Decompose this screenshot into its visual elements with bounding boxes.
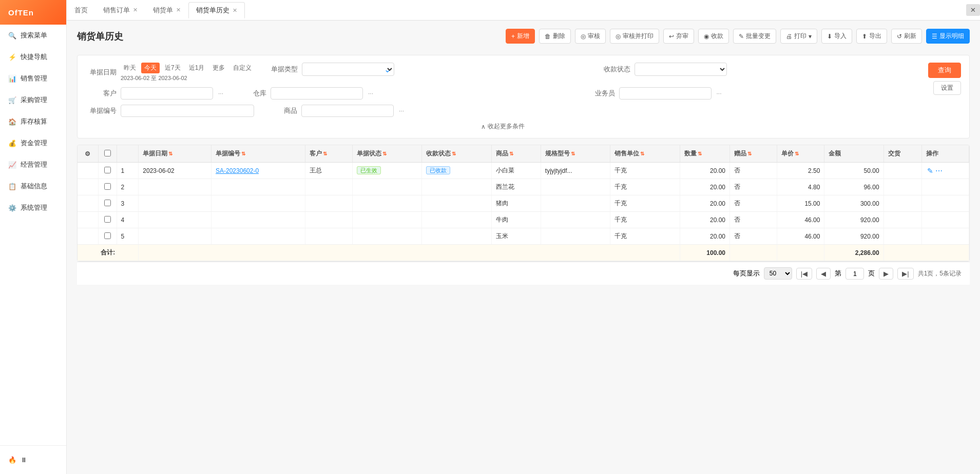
window-close-btn[interactable]: ✕ — [966, 4, 980, 16]
sidebar-bottom-icon1[interactable]: 🔥 ⏸ — [0, 450, 66, 470]
export-button[interactable]: ⬆ 导出 — [856, 29, 887, 44]
customer-dots[interactable]: ··· — [218, 90, 223, 97]
page-number-input[interactable] — [846, 268, 864, 280]
last-page-btn[interactable]: ▶| — [897, 268, 913, 280]
summary-total-amount: 2,286.00 — [824, 245, 883, 261]
customer-input[interactable] — [121, 87, 213, 100]
col-qty[interactable]: 数量⇅ — [680, 145, 729, 163]
new-button[interactable]: + 新增 — [506, 29, 535, 44]
col-settings[interactable]: ⚙ — [78, 145, 98, 163]
sidebar-item-purchase[interactable]: 🛒 采购管理 — [0, 89, 66, 111]
set-button[interactable]: 设置 — [933, 81, 961, 95]
col-spectype[interactable]: 规格型号⇅ — [541, 145, 610, 163]
row-docno — [212, 228, 305, 245]
col-product[interactable]: 商品⇅ — [492, 145, 541, 163]
review-button[interactable]: ◎ 审核 — [575, 29, 606, 44]
sidebar-item-inventory[interactable]: 🏠 库存核算 — [0, 111, 66, 132]
query-button[interactable]: 查询 — [928, 63, 961, 78]
staff-input[interactable] — [619, 87, 712, 100]
row-collectstatus — [422, 195, 492, 212]
row-checkbox[interactable] — [104, 200, 111, 206]
first-page-btn[interactable]: |◀ — [796, 268, 812, 280]
more-icon[interactable]: ⋯ — [935, 167, 943, 175]
sidebar-item-base-info[interactable]: 📋 基础信息 — [0, 175, 66, 197]
tab-sales-history[interactable]: 销货单历史 ✕ — [188, 2, 245, 18]
col-unitprice[interactable]: 单价⇅ — [777, 145, 824, 163]
doctype-select[interactable] — [302, 63, 394, 76]
date-btn-today[interactable]: 今天 — [141, 63, 160, 73]
refresh-button[interactable]: ↺ 刷新 — [891, 29, 922, 44]
row-amount: 920.00 — [824, 228, 883, 245]
staff-dots[interactable]: ··· — [717, 90, 722, 97]
row-checkbox[interactable] — [104, 167, 111, 173]
product-dots[interactable]: ··· — [399, 107, 404, 114]
col-salesunit[interactable]: 销售单位⇅ — [610, 145, 680, 163]
row-product: 猪肉 — [492, 195, 541, 212]
col-customer[interactable]: 客户⇅ — [305, 145, 352, 163]
row-settings-cell — [78, 163, 98, 179]
select-all-checkbox[interactable] — [104, 150, 111, 156]
row-check-cell[interactable] — [98, 179, 117, 195]
sidebar-item-operations[interactable]: 📈 经营管理 — [0, 154, 66, 175]
date-btn-1month[interactable]: 近1月 — [186, 63, 208, 73]
review-print-button[interactable]: ◎ 审核并打印 — [610, 29, 659, 44]
collect-status-badge: 已收款 — [426, 166, 450, 174]
edit-icon[interactable]: ✎ — [927, 167, 933, 175]
col-docstatus[interactable]: 单据状态⇅ — [352, 145, 422, 163]
date-btn-custom[interactable]: 自定义 — [230, 63, 255, 73]
date-btn-more[interactable]: 更多 — [209, 63, 228, 73]
sidebar-item-search-menu[interactable]: 🔍 搜索菜单 — [0, 25, 66, 46]
row-unitprice: 15.00 — [777, 195, 824, 212]
show-detail-button[interactable]: ☰ 显示明细 — [926, 29, 970, 44]
sidebar-item-quick-nav[interactable]: ⚡ 快捷导航 — [0, 46, 66, 68]
tab-sales-order[interactable]: 销售订单 ✕ — [95, 2, 145, 18]
col-gift[interactable]: 赠品⇅ — [730, 145, 777, 163]
abandon-btn-label: 弃审 — [676, 32, 688, 41]
row-check-cell[interactable] — [98, 163, 117, 179]
tab-sales-history-close[interactable]: ✕ — [233, 7, 237, 14]
tab-sales-goods[interactable]: 销货单 ✕ — [145, 2, 188, 18]
import-button[interactable]: ⬇ 导入 — [821, 29, 852, 44]
product-input[interactable] — [301, 105, 394, 117]
row-checkbox[interactable] — [104, 216, 111, 223]
abandon-button[interactable]: ↩ 弃审 — [663, 29, 694, 44]
row-check-cell[interactable] — [98, 195, 117, 212]
page-content: 销货单历史 + 新增 🗑 删除 ◎ 审核 ◎ 审核并打印 — [67, 21, 980, 474]
batch-change-button[interactable]: ✎ 批量变更 — [733, 29, 776, 44]
collect-button[interactable]: ◉ 收款 — [698, 29, 729, 44]
dropdown-arrow-icon: ▾ — [809, 33, 812, 40]
sidebar-item-finance[interactable]: 💰 资金管理 — [0, 132, 66, 154]
docno-sort-icon: ⇅ — [241, 151, 245, 156]
per-page-select[interactable]: 50 100 200 — [764, 267, 792, 280]
collapse-btn[interactable]: ∧ 收起更多条件 — [86, 122, 920, 131]
print-button[interactable]: 🖨 打印 ▾ — [780, 29, 817, 44]
col-docdate[interactable]: 单据日期⇅ — [139, 145, 212, 163]
docno-input[interactable] — [121, 105, 254, 117]
row-salesunit: 千克 — [610, 163, 680, 179]
date-btn-7days[interactable]: 近7天 — [162, 63, 184, 73]
doc-no-link[interactable]: SA-20230602-0 — [216, 167, 259, 174]
row-checkbox[interactable] — [104, 183, 111, 190]
row-check-cell[interactable] — [98, 228, 117, 245]
sidebar-label-search: 搜索菜单 — [21, 31, 47, 40]
sidebar-item-sales[interactable]: 📊 销售管理 — [0, 68, 66, 89]
tab-home[interactable]: 首页 — [67, 2, 95, 18]
brand-logo: OfTEn — [0, 0, 66, 25]
collect-select[interactable] — [635, 63, 727, 76]
next-page-btn[interactable]: ▶ — [879, 268, 893, 280]
delete-button[interactable]: 🗑 删除 — [539, 29, 571, 44]
warehouse-input[interactable] — [271, 87, 363, 100]
row-check-cell[interactable] — [98, 212, 117, 228]
col-collectstatus[interactable]: 收款状态⇅ — [422, 145, 492, 163]
date-btn-yesterday[interactable]: 昨天 — [121, 63, 139, 73]
warehouse-dots[interactable]: ··· — [368, 90, 373, 97]
sidebar-item-system[interactable]: ⚙️ 系统管理 — [0, 197, 66, 219]
tab-sales-goods-close[interactable]: ✕ — [176, 7, 181, 13]
tab-sales-order-close[interactable]: ✕ — [133, 7, 138, 13]
money-icon: 💰 — [8, 139, 16, 147]
col-docno[interactable]: 单据编号⇅ — [212, 145, 305, 163]
row-amount: 96.00 — [824, 179, 883, 195]
prev-page-btn[interactable]: ◀ — [816, 268, 831, 280]
docdate-sort-icon: ⇅ — [168, 151, 172, 156]
row-checkbox[interactable] — [104, 232, 111, 239]
